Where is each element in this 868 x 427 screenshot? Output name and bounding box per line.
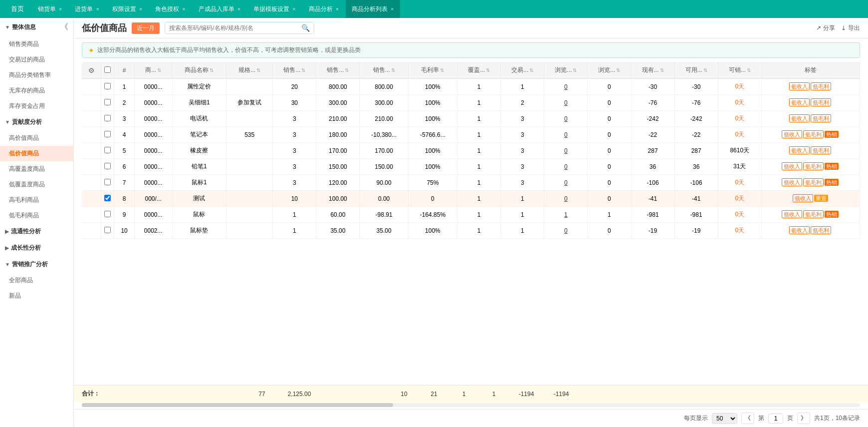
settings-cell <box>82 207 101 223</box>
row-checkbox[interactable] <box>104 179 111 185</box>
sidebar-item-low-value[interactable]: 低价值商品 <box>0 146 73 161</box>
sidebar-group-overall[interactable]: ▼ 整体信息 《 <box>0 18 73 36</box>
period-button[interactable]: 近一月 <box>132 22 160 34</box>
checkbox-cell <box>101 223 114 239</box>
sidebar-item-category-rate[interactable]: 商品分类销售率 <box>0 67 73 83</box>
close-icon[interactable]: × <box>182 6 185 12</box>
qty3-cell: 35.00 <box>360 223 408 239</box>
col-coverage[interactable]: 覆盖...⇅ <box>457 62 501 79</box>
saleable-cell: 0天 <box>718 223 761 239</box>
nav-tab-0[interactable]: 销货单 × <box>32 0 68 18</box>
col-spec[interactable]: 规格...⇅ <box>226 62 273 79</box>
browse-link[interactable]: 1 <box>564 211 568 218</box>
checkbox-cell <box>101 111 114 127</box>
close-icon[interactable]: × <box>139 6 142 12</box>
sidebar-item-low-profit[interactable]: 低毛利商品 <box>0 208 73 223</box>
col-settings[interactable]: ⚙ <box>82 62 101 79</box>
close-icon[interactable]: × <box>237 6 240 12</box>
search-icon[interactable]: 🔍 <box>301 24 310 32</box>
col-saleable[interactable]: 可销...⇅ <box>718 62 761 79</box>
col-browse1[interactable]: 浏览...⇅ <box>544 62 588 79</box>
nav-tab-6[interactable]: 商品分析 × <box>303 0 345 18</box>
share-button[interactable]: ↗ 分享 <box>816 24 835 32</box>
export-button[interactable]: ⤓ 导出 <box>841 24 860 32</box>
nav-tab-5[interactable]: 单据模板设置 × <box>247 0 301 18</box>
close-icon[interactable]: × <box>391 6 394 12</box>
col-available[interactable]: 可用...⇅ <box>674 62 718 79</box>
row-checkbox[interactable] <box>104 131 111 137</box>
browse-link[interactable]: 0 <box>564 227 568 234</box>
per-page-select[interactable]: 50 100 200 <box>712 413 737 424</box>
col-qty1[interactable]: 销售...⇅ <box>273 62 316 79</box>
nav-tab-2[interactable]: 权限设置 × <box>106 0 148 18</box>
row-checkbox[interactable] <box>104 83 111 89</box>
col-gross-rate[interactable]: 毛利率⇅ <box>408 62 457 79</box>
nav-tab-1[interactable]: 进货单 × <box>69 0 105 18</box>
code-cell: 0000... <box>134 159 172 175</box>
browse-link[interactable]: 0 <box>564 131 568 138</box>
qty2-cell: 100.00 <box>316 191 360 207</box>
sidebar-item-traded-products[interactable]: 交易过的商品 <box>0 52 73 67</box>
row-checkbox[interactable] <box>104 115 111 121</box>
sidebar-item-no-stock[interactable]: 无库存的商品 <box>0 83 73 98</box>
tag-low-profit: 低毛利 <box>803 130 824 138</box>
browse-link[interactable]: 0 <box>564 115 568 122</box>
browse-link[interactable]: 0 <box>564 179 568 186</box>
nav-tab-7[interactable]: 商品分析列表 × <box>346 0 400 18</box>
sidebar-item-high-value[interactable]: 高价值商品 <box>0 130 73 146</box>
browse-link[interactable]: 0 <box>564 195 568 202</box>
sidebar-item-sales-products[interactable]: 销售类商品 <box>0 36 73 52</box>
row-checkbox[interactable] <box>104 227 111 233</box>
row-checkbox[interactable] <box>104 211 111 217</box>
row-checkbox[interactable] <box>104 195 111 201</box>
footer-scrollbar[interactable] <box>82 403 860 407</box>
next-page-btn[interactable]: 》 <box>797 413 810 424</box>
sidebar-item-high-coverage[interactable]: 高覆盖度商品 <box>0 161 73 177</box>
sidebar-item-low-coverage[interactable]: 低覆盖度商品 <box>0 177 73 192</box>
nav-home[interactable]: 首页 <box>4 4 31 13</box>
browse1-cell: 0 <box>544 143 588 159</box>
close-icon[interactable]: × <box>292 6 295 12</box>
browse-link[interactable]: 0 <box>564 83 568 90</box>
browse-link[interactable]: 0 <box>564 99 568 106</box>
col-browse2[interactable]: 浏览...⇅ <box>588 62 631 79</box>
tag-low-profit: 低毛利 <box>803 210 824 218</box>
spec-cell: 参加复试 <box>226 95 273 111</box>
settings-cell <box>82 159 101 175</box>
footer-scrollbar-thumb <box>82 403 393 407</box>
close-icon[interactable]: × <box>96 6 99 12</box>
nav-tab-3[interactable]: 角色授权 × <box>149 0 191 18</box>
coverage-cell: 1 <box>457 143 501 159</box>
row-checkbox[interactable] <box>104 99 111 105</box>
close-icon[interactable]: × <box>59 6 62 12</box>
col-qty3[interactable]: 销售...⇅ <box>360 62 408 79</box>
page-number-input[interactable] <box>768 414 783 424</box>
close-icon[interactable]: × <box>336 6 339 12</box>
nav-tab-4[interactable]: 产成品入库单 × <box>193 0 246 18</box>
sidebar-item-all-products[interactable]: 全部商品 <box>0 273 73 288</box>
col-qty2[interactable]: 销售...⇅ <box>316 62 360 79</box>
row-checkbox[interactable] <box>104 147 111 153</box>
sidebar-item-stock-capital[interactable]: 库存资金占用 <box>0 98 73 114</box>
col-current[interactable]: 现有...⇅ <box>631 62 674 79</box>
col-transactions[interactable]: 交易...⇅ <box>501 62 544 79</box>
browse-link[interactable]: 0 <box>564 163 568 170</box>
row-checkbox[interactable] <box>104 163 111 169</box>
first-page-btn[interactable]: 《 <box>741 413 754 424</box>
select-all-checkbox[interactable] <box>104 66 111 73</box>
browse-link[interactable]: 0 <box>564 147 568 154</box>
search-input[interactable] <box>169 24 301 31</box>
qty1-cell: 30 <box>273 95 316 111</box>
sidebar-group-growth[interactable]: ▶ 成长性分析 <box>0 240 73 256</box>
tags-cell: 低收入低毛利 <box>761 111 860 127</box>
transactions-cell: 1 <box>501 79 544 95</box>
col-name[interactable]: 商品名称⇅ <box>172 62 226 79</box>
sidebar-group-contribution[interactable]: ▼ 贡献度分析 <box>0 114 73 130</box>
sidebar-group-liquidity[interactable]: ▶ 流通性分析 <box>0 223 73 240</box>
sidebar-group-marketing[interactable]: ▼ 营销推广分析 <box>0 256 73 273</box>
qty1-cell: 3 <box>273 127 316 143</box>
sidebar-collapse-btn[interactable]: 《 <box>60 22 68 32</box>
sidebar-item-high-profit[interactable]: 高毛利商品 <box>0 192 73 208</box>
col-code[interactable]: 商...⇅ <box>134 62 172 79</box>
sidebar-item-new-products[interactable]: 新品 <box>0 288 73 304</box>
